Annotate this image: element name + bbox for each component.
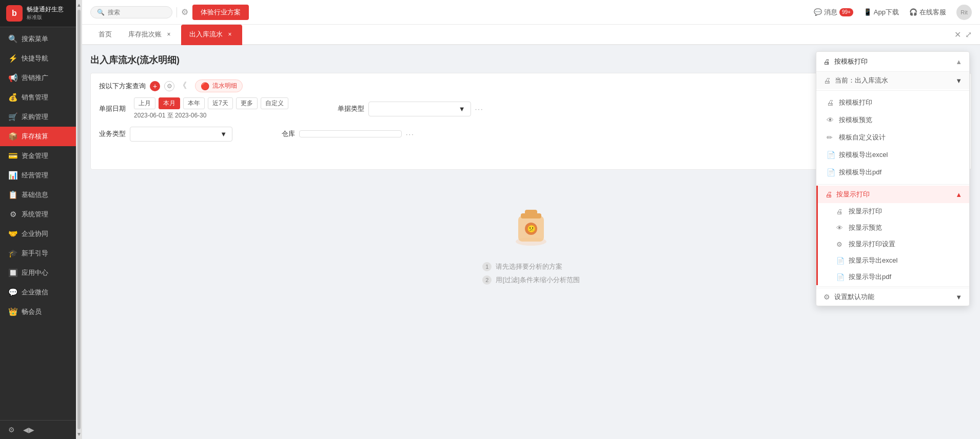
dropdown-template-custom[interactable]: ✏ 模板自定义设计 xyxy=(816,129,969,146)
this-year-btn[interactable]: 本年 xyxy=(183,97,205,109)
app-download-btn[interactable]: 📱 App下载 xyxy=(864,8,899,17)
active-filter-tag[interactable]: 🔴 流水明细 xyxy=(195,79,243,92)
sidebar-item-enterprise[interactable]: 🤝 企业协同 xyxy=(0,224,76,244)
more-btn[interactable]: 更多 xyxy=(236,97,258,109)
topbar-gear-icon[interactable]: ⚙ xyxy=(181,7,188,17)
dropdown-display-preview[interactable]: 👁 按显示预览 xyxy=(818,220,969,236)
doc-type-select[interactable]: ▼ xyxy=(368,102,471,116)
sidebar-item-search[interactable]: 🔍 搜索菜单 xyxy=(0,29,76,49)
sidebar-item-operations[interactable]: 📊 经营管理 xyxy=(0,166,76,185)
tab-inout-flow-label: 出入库流水 xyxy=(189,30,223,39)
business-type-select[interactable]: ▼ xyxy=(130,127,232,142)
tab-home[interactable]: 首页 xyxy=(90,25,120,45)
sidebar-item-member[interactable]: 👑 畅会员 xyxy=(0,302,76,322)
tab-home-label: 首页 xyxy=(99,30,112,39)
scroll-down-arrow[interactable]: ▼ xyxy=(76,431,82,437)
topbar-search-icon: 🔍 xyxy=(97,9,105,16)
dropdown-footer[interactable]: ⚙ 设置默认功能 ▼ xyxy=(816,288,969,306)
warehouse-select[interactable] xyxy=(299,130,402,137)
step-1-num: 1 xyxy=(482,262,492,271)
date-range-display: 2023-06-01 至 2023-06-30 xyxy=(134,111,288,120)
sidebar-item-marketing[interactable]: 📢 营销推广 xyxy=(0,68,76,88)
dropdown-template-export-pdf[interactable]: 📄 按模板导出pdf xyxy=(816,164,969,181)
sidebar-item-app-center[interactable]: 🔲 应用中心 xyxy=(0,263,76,283)
current-item-chevron[interactable]: ▼ xyxy=(955,77,962,85)
custom-btn[interactable]: 自定义 xyxy=(261,97,288,109)
warehouse-label: 仓库 xyxy=(282,129,295,138)
tab-batch-account[interactable]: 库存批次账 × xyxy=(120,25,181,45)
sidebar-scrollbar[interactable]: ▲ ▼ xyxy=(76,0,82,439)
online-service-btn[interactable]: 🎧 在线客服 xyxy=(909,8,946,17)
doc-type-more-btn[interactable]: ··· xyxy=(475,105,484,113)
dropdown-header: 🖨 按模板打印 ▲ xyxy=(816,52,969,72)
operations-icon: 📊 xyxy=(8,171,17,180)
message-btn[interactable]: 💬 消息 99+ xyxy=(814,8,853,17)
sidebar-collapse-btn[interactable]: ◀▶ xyxy=(23,426,34,434)
sidebar-item-inventory[interactable]: 📦 库存核算 xyxy=(0,127,76,146)
sidebar-item-label: 新手引导 xyxy=(22,249,48,258)
topbar: 🔍 ⚙ 体验行业方案 💬 消息 99+ 📱 App下载 🎧 在线客服 Rit xyxy=(82,0,980,25)
sidebar-item-purchase[interactable]: 🛒 采购管理 xyxy=(0,107,76,127)
dropdown-template-custom-icon: ✏ xyxy=(827,133,835,142)
sidebar-item-label: 搜索菜单 xyxy=(22,34,48,44)
sidebar-item-label: 应用中心 xyxy=(22,268,48,277)
dropdown-divider-1 xyxy=(816,90,969,91)
dropdown-template-preview[interactable]: 👁 按模板预览 xyxy=(816,111,969,129)
dropdown-template-export-excel-label: 按模板导出excel xyxy=(839,150,888,159)
filter-tag-icon: 🔴 xyxy=(201,82,209,90)
topbar-search-box[interactable]: 🔍 xyxy=(90,6,172,18)
last-month-btn[interactable]: 上月 xyxy=(134,97,155,109)
dropdown-chevron-icon[interactable]: ▲ xyxy=(955,58,962,66)
this-month-btn[interactable]: 本月 xyxy=(159,97,180,109)
doc-type-filter: 单据类型 ▼ ··· xyxy=(338,102,484,116)
dropdown-template-export-excel[interactable]: 📄 按模板导出excel xyxy=(816,146,969,164)
sidebar-item-label: 采购管理 xyxy=(22,112,48,122)
maximize-window-btn[interactable]: ⤢ xyxy=(965,30,972,39)
wechat-icon: 💬 xyxy=(8,288,17,297)
last-7-btn[interactable]: 近7天 xyxy=(208,97,233,109)
tab-inout-flow-close[interactable]: × xyxy=(226,30,234,38)
topbar-right: 💬 消息 99+ 📱 App下载 🎧 在线客服 Rit xyxy=(814,5,972,20)
sidebar-item-basic-info[interactable]: 📋 基础信息 xyxy=(0,185,76,205)
basic-info-icon: 📋 xyxy=(8,190,17,199)
message-label: 消息 xyxy=(824,8,837,17)
scroll-thumb xyxy=(77,10,81,429)
app-download-label: App下载 xyxy=(874,8,899,17)
message-icon: 💬 xyxy=(814,8,822,16)
tab-inout-flow[interactable]: 出入库流水 × xyxy=(181,25,242,45)
sidebar-settings-btn[interactable]: ⚙ xyxy=(8,426,15,434)
dropdown-display-print[interactable]: 🖨 按显示打印 xyxy=(818,203,969,220)
display-print-group: 🖨 按显示打印 ▲ 🖨 按显示打印 👁 按显示预览 ⚙ 按显示打印设置 📄 按显… xyxy=(816,186,969,285)
empty-step-1: 1 请先选择要分析的方案 xyxy=(482,262,579,271)
dropdown-display-export-excel[interactable]: 📄 按显示导出excel xyxy=(818,252,969,269)
sidebar-item-finance[interactable]: 💳 资金管理 xyxy=(0,146,76,166)
dropdown-display-export-pdf[interactable]: 📄 按显示导出pdf xyxy=(818,269,969,285)
close-window-btn[interactable]: ✕ xyxy=(954,30,961,39)
user-menu-btn[interactable]: Rit xyxy=(956,5,972,20)
filter-settings-icon-btn[interactable]: ⚙ xyxy=(164,81,174,91)
industry-btn[interactable]: 体验行业方案 xyxy=(192,5,249,20)
sidebar-nav: 🔍 搜索菜单 ⚡ 快捷导航 📢 营销推广 💰 销售管理 🛒 采购管理 📦 库存核… xyxy=(0,27,76,420)
business-type-filter: 业务类型 ▼ xyxy=(99,127,232,142)
filter-add-btn[interactable]: + xyxy=(150,81,160,91)
dropdown-display-print-settings[interactable]: ⚙ 按显示打印设置 xyxy=(818,236,969,252)
date-field-label: 单据日期 xyxy=(99,104,126,113)
display-print-group-header[interactable]: 🖨 按显示打印 ▲ xyxy=(818,186,969,203)
filter-collapse-btn[interactable]: 《 xyxy=(179,81,187,91)
sidebar-item-label: 资金管理 xyxy=(22,151,48,161)
display-print-label: 按显示打印 xyxy=(849,207,882,216)
dropdown-divider-2 xyxy=(816,184,969,185)
tab-batch-account-close[interactable]: × xyxy=(165,30,173,38)
dropdown-template-print[interactable]: 🖨 按模板打印 xyxy=(816,94,969,111)
scroll-up-arrow[interactable]: ▲ xyxy=(76,2,82,8)
sidebar-item-quick-nav[interactable]: ⚡ 快捷导航 xyxy=(0,49,76,68)
sidebar-item-wechat[interactable]: 💬 企业微信 xyxy=(0,283,76,302)
sidebar-item-guide[interactable]: 🎓 新手引导 xyxy=(0,244,76,263)
sidebar-item-sales[interactable]: 💰 销售管理 xyxy=(0,88,76,107)
system-icon: ⚙ xyxy=(8,210,17,219)
topbar-search-input[interactable] xyxy=(108,9,166,16)
sidebar-item-label: 营销推广 xyxy=(22,73,48,83)
warehouse-more-btn[interactable]: ··· xyxy=(406,130,415,138)
dropdown-template-excel-icon: 📄 xyxy=(827,151,835,159)
sidebar-item-system[interactable]: ⚙ 系统管理 xyxy=(0,205,76,224)
